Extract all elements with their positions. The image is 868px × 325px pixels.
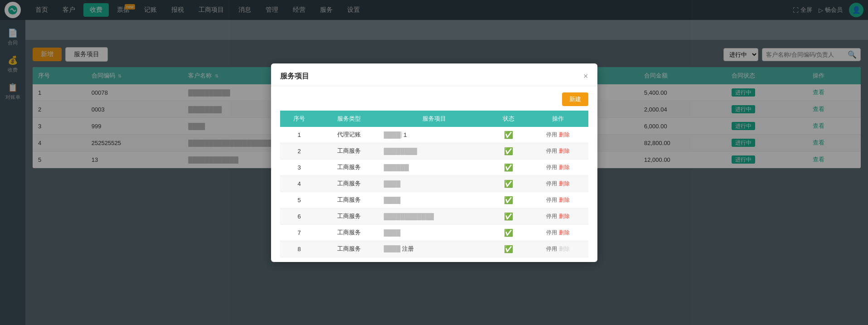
modal-title: 服务项目 — [280, 72, 309, 81]
modal-header: 服务项目 × — [271, 63, 597, 86]
inner-col-action: 操作 — [528, 111, 588, 127]
inner-table-row: 1 代理记账 ████ 1 ✅ 停用 删除 — [280, 127, 588, 143]
service-modal: 服务项目 × 新建 序号 服务类型 服务项目 状态 操作 — [271, 63, 597, 262]
modal-toolbar: 新建 — [280, 92, 588, 106]
inner-table-row: 4 工商服务 ████ ✅ 停用 删除 — [280, 175, 588, 192]
inner-col-project: 服务项目 — [379, 111, 489, 127]
modal-overlay: 服务项目 × 新建 序号 服务类型 服务项目 状态 操作 — [0, 0, 868, 325]
inner-table-row: 7 工商服务 ████ ✅ 停用 删除 — [280, 224, 588, 241]
modal-close-button[interactable]: × — [583, 72, 588, 81]
inner-table-row: 3 工商服务 ██████ ✅ 停用 删除 — [280, 159, 588, 175]
modal-new-button[interactable]: 新建 — [562, 92, 588, 106]
inner-table-row: 6 工商服务 ████████████ ✅ 停用 删除 — [280, 208, 588, 224]
inner-col-seq: 序号 — [280, 111, 319, 127]
modal-body: 新建 序号 服务类型 服务项目 状态 操作 — [271, 86, 597, 262]
inner-table-row: 2 工商服务 ████████ ✅ 停用 删除 — [280, 143, 588, 159]
inner-table-wrap[interactable]: 序号 服务类型 服务项目 状态 操作 1 代理记账 ████ 1 ✅ — [280, 111, 588, 257]
inner-col-status: 状态 — [489, 111, 528, 127]
inner-table-row: 5 工商服务 ████ ✅ 停用 删除 — [280, 192, 588, 208]
service-table: 序号 服务类型 服务项目 状态 操作 1 代理记账 ████ 1 ✅ — [280, 111, 588, 257]
inner-col-type: 服务类型 — [319, 111, 379, 127]
inner-table-header: 序号 服务类型 服务项目 状态 操作 — [280, 111, 588, 127]
inner-table-row: 8 工商服务 ████ 注册 ✅ 停用 删除 — [280, 241, 588, 257]
